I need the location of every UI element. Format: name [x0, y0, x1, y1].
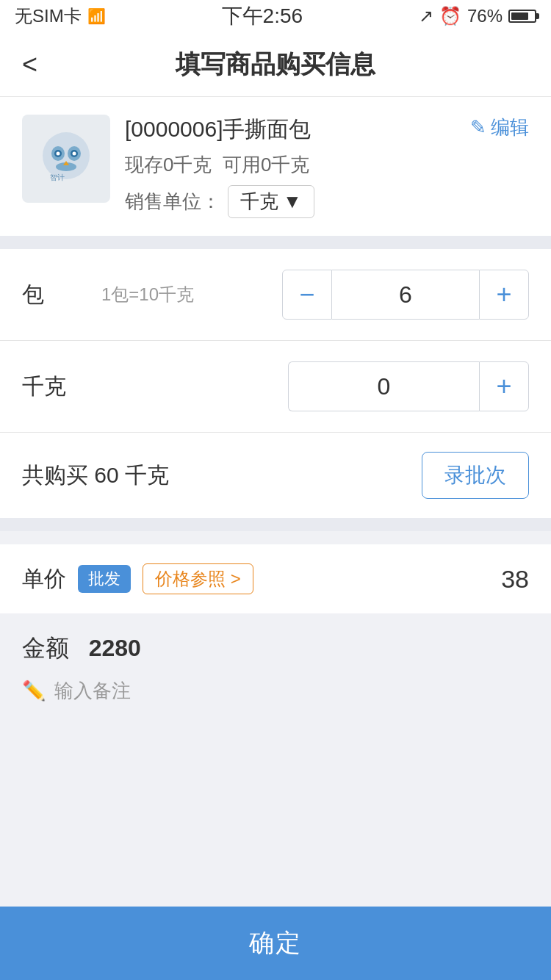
bao-increment-button[interactable]: +	[479, 270, 529, 320]
product-stock: 现存0千克 可用0千克	[125, 152, 529, 178]
price-section: 单价 批发 价格参照 > 38	[0, 544, 551, 613]
bao-controls: − +	[282, 270, 529, 320]
location-icon: ↗	[419, 6, 433, 26]
price-tag: 批发	[78, 565, 131, 593]
amount-row: 金额 2280	[22, 633, 529, 665]
kg-input-row: 千克 +	[0, 341, 551, 433]
product-card: 智计 [0000006]手撕面包 现存0千克 可用0千克 销售单位： 千克 ▼ …	[0, 97, 551, 236]
status-bar: 无SIM卡 📶 下午2:56 ↗ ⏰ 76%	[0, 0, 551, 32]
kg-increment-button[interactable]: +	[479, 361, 529, 411]
unit-select[interactable]: 千克 ▼	[228, 185, 314, 218]
back-button[interactable]: <	[22, 49, 37, 80]
product-name: [0000006]手撕面包	[125, 115, 529, 145]
edit-icon: ✎	[470, 116, 486, 139]
price-row: 单价 批发 价格参照 > 38	[22, 563, 529, 594]
product-image: 智计	[22, 115, 110, 203]
record-batch-button[interactable]: 录批次	[422, 452, 529, 499]
battery-percent: 76%	[467, 6, 503, 26]
svg-point-5	[57, 152, 60, 156]
kg-controls: +	[288, 361, 529, 411]
svg-point-0	[43, 132, 90, 179]
bao-hint: 1包=10千克	[101, 283, 194, 306]
kg-label: 千克	[22, 372, 81, 402]
bao-input-row: 包 1包=10千克 − +	[0, 249, 551, 341]
edit-button[interactable]: ✎ 编辑	[470, 115, 529, 140]
dropdown-icon: ▼	[283, 190, 302, 213]
time-display: 下午2:56	[222, 2, 303, 30]
price-value: 38	[501, 565, 529, 594]
status-left: 无SIM卡 📶	[15, 4, 106, 28]
nav-bar: < 填写商品购买信息	[0, 32, 551, 97]
product-info: [0000006]手撕面包 现存0千克 可用0千克 销售单位： 千克 ▼	[125, 115, 529, 218]
remark-icon: ✏️	[22, 680, 46, 702]
alarm-icon: ⏰	[439, 6, 461, 26]
price-ref-button[interactable]: 价格参照 >	[143, 563, 253, 594]
status-right: ↗ ⏰ 76%	[419, 6, 536, 26]
battery-icon	[508, 10, 536, 23]
confirm-button[interactable]: 确定	[0, 907, 551, 980]
carrier-text: 无SIM卡	[15, 4, 82, 28]
kg-input[interactable]	[288, 361, 479, 411]
divider-1	[0, 236, 551, 249]
bao-label: 包	[22, 280, 81, 310]
bao-input[interactable]	[332, 270, 479, 320]
product-logo: 智计	[40, 130, 92, 187]
bao-decrement-button[interactable]: −	[282, 270, 332, 320]
total-row: 共购买 60 千克 录批次	[0, 433, 551, 518]
amount-label: 金额	[22, 635, 69, 661]
wifi-icon: 📶	[87, 7, 106, 25]
svg-text:智计: 智计	[50, 173, 65, 181]
empty-area	[0, 711, 551, 917]
amount-value: 2280	[89, 635, 141, 661]
price-label: 单价	[22, 564, 66, 594]
amount-section: 金额 2280 ✏️ 输入备注	[0, 613, 551, 711]
remark-row[interactable]: ✏️ 输入备注	[22, 678, 529, 704]
svg-point-6	[73, 152, 76, 156]
input-section: 包 1包=10千克 − + 千克 +	[0, 249, 551, 433]
page-title: 填写商品购买信息	[176, 48, 375, 82]
remark-label: 输入备注	[54, 678, 131, 704]
product-unit: 销售单位： 千克 ▼	[125, 185, 529, 218]
total-text: 共购买 60 千克	[22, 461, 169, 491]
divider-2	[0, 518, 551, 531]
